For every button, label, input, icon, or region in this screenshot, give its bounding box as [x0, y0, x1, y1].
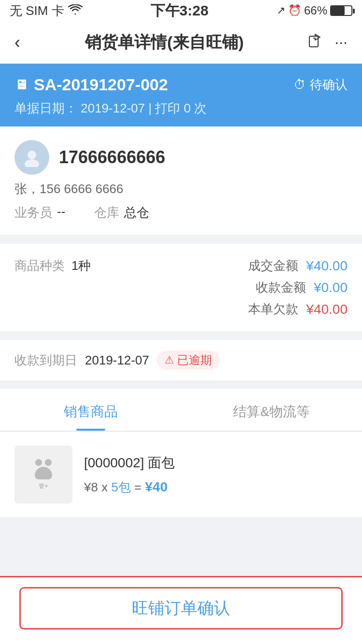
product-list: 管+ [0000002] 面包 ¥8 x 5包 = ¥40 [0, 432, 362, 518]
share-icon[interactable] [308, 32, 325, 53]
due-date-section: 收款到期日 2019-12-07 ⚠ 已逾期 [0, 340, 362, 380]
summary-section: 商品种类 1种 成交金额 ¥40.00 收款金额 ¥0.00 本单欠款 ¥40.… [0, 244, 362, 331]
print-text: | 打印 0 次 [148, 101, 207, 115]
status-text: 待确认 [310, 76, 348, 93]
product-item: 管+ [0000002] 面包 ¥8 x 5包 = ¥40 [0, 432, 362, 518]
status-bar: 无 SIM 卡 下午3:28 ↗ ⏰ 66% [0, 0, 362, 21]
customer-name: 张，156 6666 6666 [14, 181, 348, 197]
transaction-amount-label: 成交金额 [248, 257, 298, 274]
transaction-amount-row: 成交金额 ¥40.00 [248, 257, 348, 274]
tab-sales-products[interactable]: 销售商品 [0, 389, 181, 431]
total-price: ¥40 [145, 479, 168, 494]
product-type-label: 商品种类 [14, 257, 65, 274]
confirm-btn-wrapper: 旺铺订单确认 [0, 576, 362, 644]
svg-point-1 [28, 151, 36, 159]
order-banner-top: 🖥 SA-20191207-002 ⏱ 待确认 [14, 75, 348, 94]
product-type: 商品种类 1种 [14, 257, 91, 274]
nav-bar: ‹ 销货单详情(来自旺铺) ··· [0, 21, 362, 64]
order-status: ⏱ 待确认 [293, 76, 348, 93]
customer-card: 17666666666 张，156 6666 6666 业务员 -- 仓库 总仓 [0, 126, 362, 235]
transaction-amount-value: ¥40.00 [306, 258, 348, 274]
order-banner: 🖥 SA-20191207-002 ⏱ 待确认 单据日期： 2019-12-07… [0, 64, 362, 126]
overdue-icon: ⚠ [165, 354, 174, 366]
warehouse-value: 总仓 [124, 204, 149, 221]
owed-amount-label: 本单欠款 [248, 301, 298, 318]
customer-header: 17666666666 [14, 140, 348, 175]
carrier-label: 无 SIM 卡 [10, 2, 64, 19]
product-code: [0000002] [84, 455, 144, 470]
unit-price: ¥8 x [84, 480, 111, 494]
product-price-row: ¥8 x 5包 = ¥40 [84, 479, 348, 496]
order-id-icon: 🖥 [14, 77, 28, 93]
back-button[interactable]: ‹ [14, 32, 20, 53]
product-name: [0000002] 面包 [84, 454, 348, 472]
salesman-label: 业务员 [14, 204, 52, 221]
battery-icon [330, 5, 352, 16]
due-date-label: 收款到期日 [14, 352, 77, 369]
product-thumbnail: 管+ [14, 446, 72, 504]
owed-amount-row: 本单欠款 ¥40.00 [248, 301, 348, 318]
alarm-icon: ⏰ [288, 4, 301, 17]
battery-percentage: 66% [304, 4, 327, 17]
confirm-button[interactable]: 旺铺订单确认 [19, 587, 343, 630]
customer-meta: 业务员 -- 仓库 总仓 [14, 204, 348, 221]
warehouse-label: 仓库 [94, 204, 119, 221]
overdue-badge: ⚠ 已逾期 [157, 350, 220, 370]
avatar [14, 140, 49, 175]
status-left: 无 SIM 卡 [10, 2, 83, 19]
page-title: 销货单详情(来自旺铺) [85, 31, 244, 54]
order-id: 🖥 SA-20191207-002 [14, 75, 168, 94]
received-amount-value: ¥0.00 [314, 280, 348, 295]
nav-right: ··· [308, 32, 348, 53]
warehouse-meta: 仓库 总仓 [94, 204, 149, 221]
due-date-value: 2019-12-07 [85, 353, 149, 368]
tab-settlement-label: 结算&物流等 [233, 404, 310, 419]
amounts: 成交金额 ¥40.00 收款金额 ¥0.00 本单欠款 ¥40.00 [248, 257, 348, 318]
status-time: 下午3:28 [151, 1, 209, 21]
salesman-meta: 业务员 -- [14, 204, 65, 221]
equals: = [134, 480, 145, 494]
received-amount-row: 收款金额 ¥0.00 [256, 279, 348, 296]
date-label: 单据日期： [14, 101, 77, 115]
product-info: [0000002] 面包 ¥8 x 5包 = ¥40 [84, 454, 348, 496]
customer-phone: 17666666666 [59, 147, 165, 168]
tab-bar: 销售商品 结算&物流等 [0, 389, 362, 431]
svg-point-2 [25, 159, 39, 167]
tab-sales-products-label: 销售商品 [64, 404, 118, 419]
product-title: 面包 [148, 455, 175, 470]
owed-amount-value: ¥40.00 [306, 302, 348, 317]
status-right: ↗ ⏰ 66% [277, 4, 352, 17]
salesman-value: -- [57, 204, 65, 221]
order-date-row: 单据日期： 2019-12-07 | 打印 0 次 [14, 100, 348, 117]
order-id-text: SA-20191207-002 [34, 75, 168, 94]
status-clock-icon: ⏱ [293, 77, 306, 92]
location-icon: ↗ [277, 4, 285, 17]
more-icon[interactable]: ··· [334, 33, 348, 51]
received-amount-label: 收款金额 [256, 279, 306, 296]
wifi-icon [68, 3, 83, 18]
quantity: 5包 [111, 480, 130, 494]
date-value: 2019-12-07 [81, 101, 145, 115]
tab-settlement[interactable]: 结算&物流等 [181, 389, 362, 431]
overdue-text: 已逾期 [177, 352, 212, 368]
product-type-value: 1种 [71, 257, 91, 274]
